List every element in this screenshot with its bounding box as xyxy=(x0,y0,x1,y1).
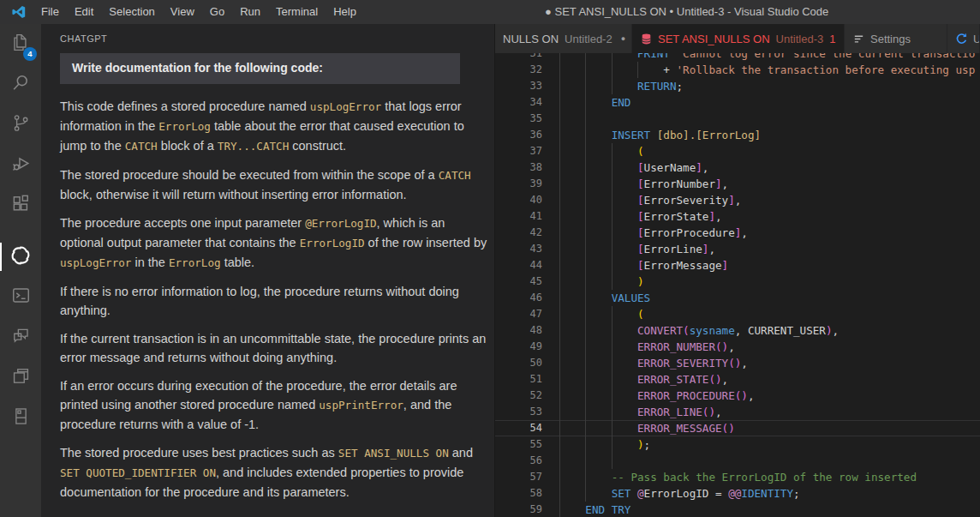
indent-guide xyxy=(559,485,585,502)
line-number[interactable]: 47 xyxy=(495,306,542,322)
activity-item-search[interactable] xyxy=(0,64,41,105)
activity-item-windows[interactable] xyxy=(0,358,41,398)
activity-item-notebook[interactable] xyxy=(0,398,41,438)
line-number[interactable]: 33 xyxy=(495,78,542,94)
activity-item-extensions[interactable] xyxy=(0,185,41,225)
code-line[interactable]: 34END xyxy=(495,94,980,111)
title-bar: FileEditSelectionViewGoRunTerminalHelp ●… xyxy=(0,0,980,24)
code-line[interactable]: 36INSERT [dbo].[ErrorLog] xyxy=(495,127,980,143)
line-number[interactable]: 59 xyxy=(495,502,542,517)
line-number[interactable]: 58 xyxy=(495,485,542,502)
line-number[interactable]: 46 xyxy=(495,290,542,306)
line-number[interactable]: 52 xyxy=(495,388,542,404)
activity-item-source-control[interactable] xyxy=(0,105,41,145)
line-number[interactable]: 55 xyxy=(495,436,542,453)
indent-guide xyxy=(559,127,585,143)
indent-guide xyxy=(559,469,585,485)
code-token: END xyxy=(612,96,631,109)
code-line[interactable]: 32+ 'Rollback the transaction before exe… xyxy=(495,62,980,78)
line-number[interactable]: 53 xyxy=(495,404,542,420)
menu-view[interactable]: View xyxy=(163,0,202,24)
activity-item-terminal[interactable] xyxy=(0,277,41,317)
code-line[interactable]: 31PRINT 'Cannot log error since the curr… xyxy=(495,53,980,62)
tab-settings[interactable]: Settings xyxy=(845,24,947,53)
code-line[interactable]: 50ERROR_SEVERITY(), xyxy=(495,355,980,371)
code-line[interactable]: 56 xyxy=(495,453,980,469)
line-number[interactable]: 56 xyxy=(495,453,542,469)
code-line[interactable]: 41[ErrorState], xyxy=(495,208,980,225)
line-number[interactable]: 48 xyxy=(495,322,542,339)
menu-file[interactable]: File xyxy=(33,0,67,24)
line-number[interactable]: 40 xyxy=(495,192,542,208)
indent-guide xyxy=(585,257,611,274)
code-line-text: VALUES xyxy=(559,290,650,306)
indent-guide xyxy=(612,257,637,274)
menu-run[interactable]: Run xyxy=(232,0,268,24)
line-number[interactable]: 43 xyxy=(495,241,542,257)
code-line[interactable]: 52ERROR_PROCEDURE(), xyxy=(495,388,980,404)
activity-item-run-debug[interactable] xyxy=(0,145,41,185)
line-number[interactable]: 42 xyxy=(495,225,542,241)
line-number[interactable]: 32 xyxy=(495,62,542,78)
line-number[interactable]: 50 xyxy=(495,355,542,371)
activity-item-comments[interactable] xyxy=(0,317,41,358)
line-number[interactable]: 34 xyxy=(495,94,542,111)
code-line[interactable]: 44[ErrorMessage] xyxy=(495,257,980,274)
code-line[interactable]: 59END TRY xyxy=(495,502,980,517)
code-token: @@ xyxy=(728,487,741,500)
line-number[interactable]: 44 xyxy=(495,257,542,274)
code-line[interactable]: 54ERROR_MESSAGE() xyxy=(495,420,980,436)
notebook-icon xyxy=(10,406,32,430)
tab-untitled-clipped[interactable]: Un xyxy=(947,24,980,53)
code-line[interactable]: 39[ErrorNumber], xyxy=(495,176,980,192)
tab-dirty-dot[interactable]: ● xyxy=(612,34,625,43)
code-line[interactable]: 42[ErrorProcedure], xyxy=(495,225,980,241)
code-line[interactable]: 33RETURN; xyxy=(495,78,980,94)
tab-untitled-3[interactable]: SET ANSI_NULLS ONUntitled-31● xyxy=(632,24,845,53)
code-line[interactable]: 43[ErrorLine], xyxy=(495,241,980,257)
code-line[interactable]: 46VALUES xyxy=(495,290,980,306)
code-line[interactable]: 40[ErrorSeverity], xyxy=(495,192,980,208)
line-number[interactable]: 49 xyxy=(495,339,542,355)
code-line[interactable]: 37( xyxy=(495,143,980,159)
activity-badge: 4 xyxy=(23,47,37,61)
code-line-text: [ErrorMessage] xyxy=(559,257,728,274)
code-line[interactable]: 58SET @ErrorLogID = @@IDENTITY; xyxy=(495,485,980,502)
code-line[interactable]: 35 xyxy=(495,111,980,127)
line-number[interactable]: 41 xyxy=(495,208,542,225)
code-editor[interactable]: 31PRINT 'Cannot log error since the curr… xyxy=(495,53,980,517)
menu-terminal[interactable]: Terminal xyxy=(268,0,326,24)
code-line[interactable]: 57-- Pass back the ErrorLogID of the row… xyxy=(495,469,980,485)
menu-selection[interactable]: Selection xyxy=(101,0,162,24)
line-number[interactable]: 31 xyxy=(495,53,542,62)
tab-dirty-dot[interactable]: ● xyxy=(835,34,845,43)
line-number[interactable]: 51 xyxy=(495,371,542,388)
activity-item-chatgpt[interactable] xyxy=(0,237,41,277)
chat-prompt: Write documentation for the following co… xyxy=(60,53,460,84)
code-line[interactable]: 48CONVERT(sysname, CURRENT_USER), xyxy=(495,322,980,339)
line-number[interactable]: 45 xyxy=(495,274,542,290)
tab-untitled-2[interactable]: NULLS ONUntitled-2● xyxy=(495,24,632,53)
code-token: , xyxy=(748,389,755,402)
line-number[interactable]: 38 xyxy=(495,159,542,176)
code-token: , xyxy=(722,373,729,386)
menu-help[interactable]: Help xyxy=(326,0,364,24)
line-number[interactable]: 57 xyxy=(495,469,542,485)
code-line[interactable]: 49ERROR_NUMBER(), xyxy=(495,339,980,355)
code-line[interactable]: 51ERROR_STATE(), xyxy=(495,371,980,388)
code-line[interactable]: 55); xyxy=(495,436,980,453)
indent-guide xyxy=(559,225,585,241)
code-line[interactable]: 45) xyxy=(495,274,980,290)
line-number[interactable]: 35 xyxy=(495,111,542,127)
line-number[interactable]: 37 xyxy=(495,143,542,159)
code-line[interactable]: 38[UserName], xyxy=(495,159,980,176)
indent-guide xyxy=(559,371,585,388)
activity-item-explorer[interactable]: 4 xyxy=(0,24,41,64)
code-line[interactable]: 53ERROR_LINE(), xyxy=(495,404,980,420)
line-number[interactable]: 54 xyxy=(495,420,542,436)
menu-edit[interactable]: Edit xyxy=(67,0,101,24)
line-number[interactable]: 39 xyxy=(495,176,542,192)
code-line[interactable]: 47( xyxy=(495,306,980,322)
menu-go[interactable]: Go xyxy=(202,0,232,24)
line-number[interactable]: 36 xyxy=(495,127,542,143)
